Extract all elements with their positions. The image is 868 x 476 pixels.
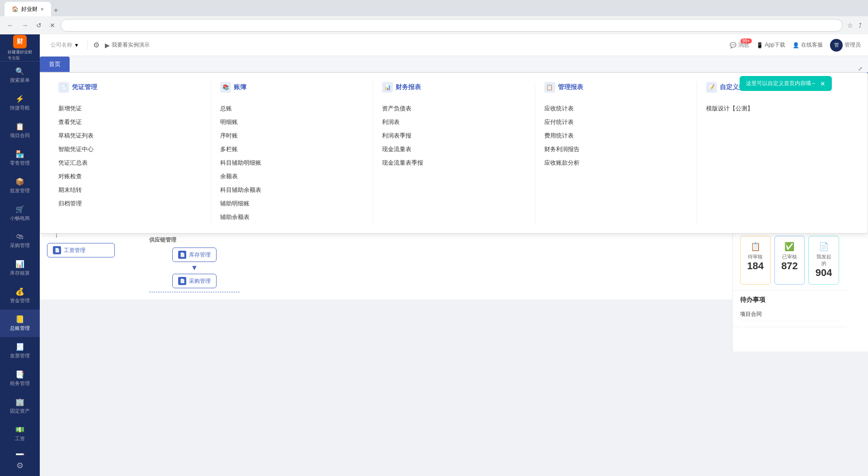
message-badge: 99+ xyxy=(741,38,752,43)
payroll-node[interactable]: 📄 工资管理 xyxy=(47,243,115,257)
app-container: 财 好建通好业财 专业版 🔍搜索菜单 ⚡快捷导航 📋项目合同 🏪零售管理 📦批发… xyxy=(0,34,868,476)
nav-item-multi-col[interactable]: 多栏账 xyxy=(220,143,363,156)
down-arrow-2: ▼ xyxy=(191,264,198,272)
active-tab[interactable]: 🏠 好业财 ✕ xyxy=(5,2,51,16)
sidebar-menu: 🔍搜索菜单 ⚡快捷导航 📋项目合同 🏪零售管理 📦批发管理 🛒小畅电商 🛍采购管… xyxy=(0,62,40,455)
nav-item-journal[interactable]: 序时账 xyxy=(220,129,363,143)
nav-item-payable-stats[interactable]: 应付统计表 xyxy=(544,115,688,129)
nav-menu: 📄 凭证管理 新增凭证 查看凭证 草稿凭证列表 智能凭证中心 凭证汇总表 对账检… xyxy=(40,72,868,233)
sidebar-item-retail[interactable]: 🏪零售管理 xyxy=(0,144,40,172)
approved-count: 872 xyxy=(780,260,799,272)
expand-icon[interactable]: ⤢ xyxy=(858,66,863,72)
back-button[interactable]: ← xyxy=(5,20,16,31)
new-tab-button[interactable]: + xyxy=(52,5,60,16)
pending-item-project[interactable]: 项目合同 xyxy=(740,308,839,321)
nav-item-profit-report[interactable]: 财务利润报告 xyxy=(544,143,688,156)
app-download-button[interactable]: 📱 App下载 xyxy=(756,41,785,49)
financial-title-label: 财务报表 xyxy=(396,83,421,91)
nav-section-management-title: 📋 管理报表 xyxy=(544,82,688,96)
approval-grid: 📋 待审核 184 ✅ 已审核 872 📄 我发起的 xyxy=(740,236,839,285)
sidebar-item-inventory[interactable]: 📊库存核算 xyxy=(0,254,40,282)
sidebar-item-finance[interactable]: 💰资金管理 xyxy=(0,282,40,309)
pending-count: 184 xyxy=(746,260,765,272)
sidebar-item-search[interactable]: 🔍搜索菜单 xyxy=(0,62,40,89)
payroll-node-icon: 📄 xyxy=(53,246,61,254)
pending-section: 待办事项 项目合同 xyxy=(733,290,846,327)
sidebar-item-ecommerce[interactable]: 🛒小畅电商 xyxy=(0,200,40,227)
nav-item-income-quarterly[interactable]: 利润表季报 xyxy=(382,129,525,143)
nav-item-view-voucher[interactable]: 查看凭证 xyxy=(58,115,202,129)
approved-label: 已审核 xyxy=(780,253,799,260)
sidebar: 财 好建通好业财 专业版 🔍搜索菜单 ⚡快捷导航 📋项目合同 🏪零售管理 📦批发… xyxy=(0,34,40,476)
sidebar-item-tax[interactable]: 📑税务管理 xyxy=(0,365,40,392)
sidebar-item-operations[interactable]: 📈经营管理 xyxy=(0,447,40,455)
header-divider xyxy=(87,41,88,50)
nav-item-cashflow-quarterly[interactable]: 现金流量表季报 xyxy=(382,156,525,170)
extension-button[interactable]: ⤴ xyxy=(857,20,863,31)
online-service-button[interactable]: 👤 在线客服 xyxy=(793,41,823,49)
nav-item-balance[interactable]: 余额表 xyxy=(220,170,363,183)
play-icon: ▶ xyxy=(105,42,110,49)
nav-item-subject-detail[interactable]: 科目辅助明细账 xyxy=(220,156,363,170)
management-title-label: 管理报表 xyxy=(558,83,583,91)
tab-close-btn[interactable]: ✕ xyxy=(40,7,44,12)
nav-item-aux-balance[interactable]: 辅助余额表 xyxy=(220,210,363,224)
initiated-label: 我发起的 xyxy=(814,253,833,267)
reload-button[interactable]: ↺ xyxy=(33,20,44,31)
custom-section-icon: 📝 xyxy=(706,82,717,93)
nav-item-smart-voucher[interactable]: 智能凭证中心 xyxy=(58,143,202,156)
inventory-mgmt-node[interactable]: 📄 库存管理 xyxy=(172,248,217,262)
sidebar-item-invoice[interactable]: 🧾发票管理 xyxy=(0,337,40,365)
tab-bar: 首页 ⤢ xyxy=(40,56,868,72)
approval-card-initiated[interactable]: 📄 我发起的 904 xyxy=(808,236,839,285)
nav-item-expense-stats[interactable]: 费用统计表 xyxy=(544,129,688,143)
sidebar-item-payroll[interactable]: 💵工资 xyxy=(0,420,40,447)
sidebar-item-accounting[interactable]: 📒总账管理 xyxy=(0,309,40,337)
wholesale-icon: 📦 xyxy=(15,177,24,186)
nav-item-balance-sheet[interactable]: 资产负债表 xyxy=(382,102,525,115)
close-button[interactable]: ✕ xyxy=(47,20,58,31)
approval-card-approved[interactable]: ✅ 已审核 872 xyxy=(774,236,805,285)
shortcut-icon: ⚡ xyxy=(15,95,24,103)
message-button[interactable]: 💬 消息 99+ xyxy=(730,41,749,49)
browser-tabs: 🏠 好业财 ✕ + xyxy=(5,0,60,16)
inventory-mgmt-label: 库存管理 xyxy=(189,251,211,259)
nav-item-reconcile[interactable]: 对账检查 xyxy=(58,170,202,183)
nav-item-general-ledger[interactable]: 总账 xyxy=(220,102,363,115)
url-bar[interactable]: cloud.chanjet.com/cc/u6d89qwnryel/57bfsk… xyxy=(61,19,843,32)
bookmark-button[interactable]: ☆ xyxy=(845,20,855,31)
tab-home[interactable]: 首页 xyxy=(40,57,70,72)
sidebar-item-project[interactable]: 📋项目合同 xyxy=(0,117,40,144)
nav-item-template-design[interactable]: 模版设计【公测】 xyxy=(706,102,849,115)
nav-item-subject-balance[interactable]: 科目辅助余额表 xyxy=(220,183,363,197)
nav-item-receivable-analysis[interactable]: 应收账款分析 xyxy=(544,156,688,170)
sidebar-item-assets[interactable]: 🏢固定资产 xyxy=(0,392,40,420)
nav-item-detail-ledger[interactable]: 明细账 xyxy=(220,115,363,129)
nav-item-cashflow[interactable]: 现金流量表 xyxy=(382,143,525,156)
nav-item-new-voucher[interactable]: 新增凭证 xyxy=(58,102,202,115)
sidebar-item-wholesale[interactable]: 📦批发管理 xyxy=(0,172,40,200)
nav-item-voucher-summary[interactable]: 凭证汇总表 xyxy=(58,156,202,170)
forward-button[interactable]: → xyxy=(19,20,31,31)
nav-section-financial: 📊 财务报表 资产负债表 利润表 利润表季报 现金流量表 现金流量表季报 xyxy=(373,82,535,224)
sidebar-item-purchase[interactable]: 🛍采购管理 xyxy=(0,227,40,254)
supply-chain-nodes: 📄 库存管理 ▼ 📄 采购管理 xyxy=(149,248,240,292)
purchase-mgmt-node[interactable]: 📄 采购管理 xyxy=(172,274,217,288)
nav-item-draft-voucher[interactable]: 草稿凭证列表 xyxy=(58,129,202,143)
demo-button[interactable]: ▶ 我要看实例演示 xyxy=(105,41,150,49)
nav-section-custom: 📝 自定义报表 模版设计【公测】 xyxy=(697,82,859,224)
management-section-icon: 📋 xyxy=(544,82,555,93)
sidebar-settings-icon[interactable]: ⚙ xyxy=(16,461,24,471)
sidebar-item-shortcut[interactable]: ⚡快捷导航 xyxy=(0,89,40,117)
nav-item-period-end[interactable]: 期末结转 xyxy=(58,183,202,197)
nav-item-aux-detail[interactable]: 辅助明细账 xyxy=(220,197,363,210)
user-menu[interactable]: 管 管理员 xyxy=(830,39,861,52)
nav-item-archive[interactable]: 归档管理 xyxy=(58,197,202,210)
company-selector[interactable]: 公司名称 ▾ xyxy=(47,39,82,51)
accounting-icon: 📒 xyxy=(15,315,24,324)
approval-card-pending[interactable]: 📋 待审核 184 xyxy=(740,236,771,285)
nav-item-receivable-stats[interactable]: 应收统计表 xyxy=(544,102,688,115)
nav-item-income-stmt[interactable]: 利润表 xyxy=(382,115,525,129)
header-settings-icon[interactable]: ⚙ xyxy=(93,41,99,49)
tab-home-label: 首页 xyxy=(49,61,61,67)
